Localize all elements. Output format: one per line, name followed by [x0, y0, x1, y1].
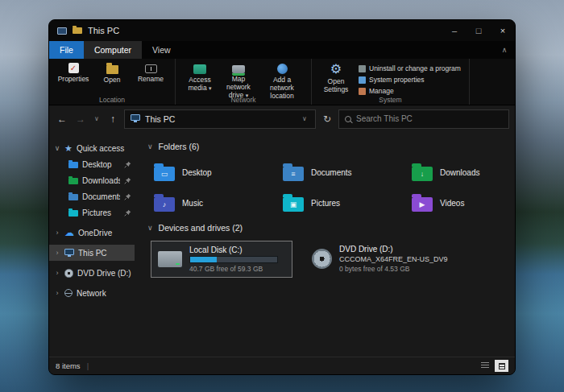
- sidebar-item-documents[interactable]: Documents: [49, 188, 135, 204]
- chevron-right-icon[interactable]: ›: [54, 249, 60, 257]
- capacity-bar: [189, 256, 278, 263]
- recent-locations-icon[interactable]: ∨: [92, 115, 102, 122]
- search-input[interactable]: [356, 114, 503, 123]
- file-list-area: ∨ Folders (6) ▭ Desktop ≡ Documents ↓ Do…: [135, 132, 515, 357]
- dropdown-icon: ▾: [209, 85, 212, 91]
- documents-glyph: ≡: [291, 171, 295, 178]
- folder-name: Pictures: [311, 199, 340, 208]
- sidebar-item-this-pc[interactable]: › This PC: [49, 245, 135, 261]
- drive-name: Local Disk (C:): [189, 246, 278, 254]
- thumbnails-view-icon: [499, 363, 505, 369]
- downloads-label: Downloads: [82, 176, 120, 185]
- thumbnails-view-button[interactable]: [495, 360, 508, 372]
- folder-tile-desktop[interactable]: ▭ Desktop: [151, 159, 273, 186]
- access-media-button[interactable]: Access media ▾: [184, 63, 216, 93]
- devices-section-header[interactable]: ∨ Devices and drives (2): [147, 223, 508, 233]
- network-drive-icon: [232, 65, 245, 73]
- minimize-button[interactable]: –: [442, 20, 467, 41]
- folder-tile-pictures[interactable]: ▣ Pictures: [280, 189, 402, 217]
- folders-header-label: Folders (6): [159, 142, 200, 151]
- group-label-system: System: [312, 96, 469, 104]
- chevron-down-icon: ∨: [147, 142, 153, 151]
- dvd-drive-icon: [64, 269, 73, 278]
- properties-button[interactable]: ✓ Properties: [57, 63, 89, 84]
- sidebar-item-network[interactable]: › Network: [49, 285, 135, 301]
- sidebar-item-pictures[interactable]: Pictures: [49, 204, 135, 221]
- chevron-right-icon[interactable]: ›: [54, 269, 60, 277]
- uninstall-program-button[interactable]: Uninstall or change a program: [359, 64, 461, 73]
- onedrive-icon: ☁: [64, 228, 74, 237]
- check-icon: ✓: [70, 64, 77, 72]
- drive-tile-local-disk[interactable]: Local Disk (C:) 40.7 GB free of 59.3 GB: [151, 241, 292, 278]
- rename-label: Rename: [138, 76, 164, 84]
- downloads-folder-icon: [68, 178, 78, 184]
- tab-file[interactable]: File: [49, 41, 84, 59]
- back-icon[interactable]: ←: [55, 113, 69, 125]
- map-network-drive-button[interactable]: Map network drive ▾: [222, 63, 255, 99]
- chevron-down-icon[interactable]: ∨: [54, 144, 60, 152]
- close-button[interactable]: ×: [491, 20, 515, 41]
- network-label: Network: [77, 289, 131, 298]
- folders-grid: ▭ Desktop ≡ Documents ↓ Downloads ♪ Musi…: [151, 159, 508, 217]
- sidebar-item-onedrive[interactable]: › ☁ OneDrive: [49, 225, 135, 241]
- address-dropdown-icon[interactable]: ∨: [300, 115, 309, 122]
- ribbon: ✓ Properties Open Rename Location Access…: [49, 59, 515, 105]
- ribbon-tab-row: File Computer View ∧: [49, 41, 515, 59]
- properties-label: Properties: [58, 76, 89, 84]
- folder-tile-videos[interactable]: ▶ Videos: [408, 189, 516, 217]
- forward-icon[interactable]: →: [73, 113, 88, 125]
- tab-computer[interactable]: Computer: [84, 41, 142, 59]
- up-icon[interactable]: ↑: [106, 113, 120, 125]
- sidebar-item-downloads[interactable]: Downloads: [49, 172, 135, 188]
- tab-view[interactable]: View: [142, 41, 181, 59]
- this-pc-icon: [57, 27, 67, 35]
- pictures-glyph: ▣: [290, 201, 297, 208]
- address-bar[interactable]: This PC ∨: [124, 109, 316, 129]
- open-button[interactable]: Open: [96, 63, 128, 85]
- items-count: 8 items: [56, 361, 81, 370]
- media-server-icon: [193, 64, 206, 74]
- search-icon: [345, 116, 351, 122]
- folder-tile-music[interactable]: ♪ Music: [151, 189, 273, 217]
- pictures-label: Pictures: [82, 208, 120, 217]
- open-icon: [106, 65, 118, 74]
- collapse-ribbon-icon[interactable]: ∧: [494, 41, 515, 59]
- sidebar-item-dvd-drive[interactable]: › DVD Drive (D:) CCCOMA_X64FRE_EN-US_DV9: [49, 265, 135, 281]
- sidebar-item-quick-access[interactable]: ∨ ★ Quick access: [49, 140, 135, 156]
- chevron-right-icon[interactable]: ›: [54, 289, 60, 297]
- dvd-disc-icon: [312, 249, 332, 269]
- navigation-pane: ∨ ★ Quick access Desktop Downloads Docum…: [49, 132, 135, 357]
- title-bar[interactable]: This PC – □ ×: [49, 20, 515, 41]
- maximize-button[interactable]: □: [467, 20, 491, 41]
- breadcrumb[interactable]: This PC: [145, 114, 175, 124]
- videos-glyph: ▶: [420, 201, 425, 208]
- details-view-button[interactable]: [478, 360, 491, 372]
- pin-icon: [124, 193, 131, 200]
- desktop-glyph: ▭: [161, 171, 168, 178]
- open-settings-button[interactable]: ⚙ Open Settings: [320, 63, 352, 94]
- rename-button[interactable]: Rename: [135, 63, 167, 84]
- add-network-location-button[interactable]: Add a network location: [261, 63, 303, 100]
- drive-tile-dvd[interactable]: DVD Drive (D:) CCCOMA_X64FRE_EN-US_DV9 0…: [305, 241, 454, 277]
- folders-section-header[interactable]: ∨ Folders (6): [147, 142, 508, 151]
- folder-tile-documents[interactable]: ≡ Documents: [280, 159, 402, 186]
- pin-icon: [124, 161, 131, 168]
- manage-button[interactable]: Manage: [359, 86, 461, 96]
- status-divider: |: [87, 361, 89, 370]
- search-box[interactable]: [338, 109, 509, 129]
- desktop-label: Desktop: [82, 160, 120, 169]
- system-properties-button[interactable]: System properties: [359, 75, 461, 85]
- quick-access-icon: ★: [64, 144, 73, 153]
- refresh-icon[interactable]: ↻: [320, 113, 334, 125]
- gear-icon: ⚙: [330, 63, 342, 76]
- pictures-folder-icon: [68, 210, 78, 217]
- documents-folder-icon: [68, 194, 78, 200]
- desktop-folder-icon: ▭: [154, 167, 175, 181]
- sidebar-item-desktop[interactable]: Desktop: [49, 156, 135, 172]
- chevron-right-icon[interactable]: ›: [54, 229, 60, 237]
- folder-tile-downloads[interactable]: ↓ Downloads: [408, 159, 516, 186]
- onedrive-label: OneDrive: [78, 229, 131, 237]
- drive-volume-label: CCCOMA_X64FRE_EN-US_DV9: [339, 255, 448, 263]
- window-title: This PC: [88, 26, 119, 35]
- network-location-icon: [277, 64, 288, 74]
